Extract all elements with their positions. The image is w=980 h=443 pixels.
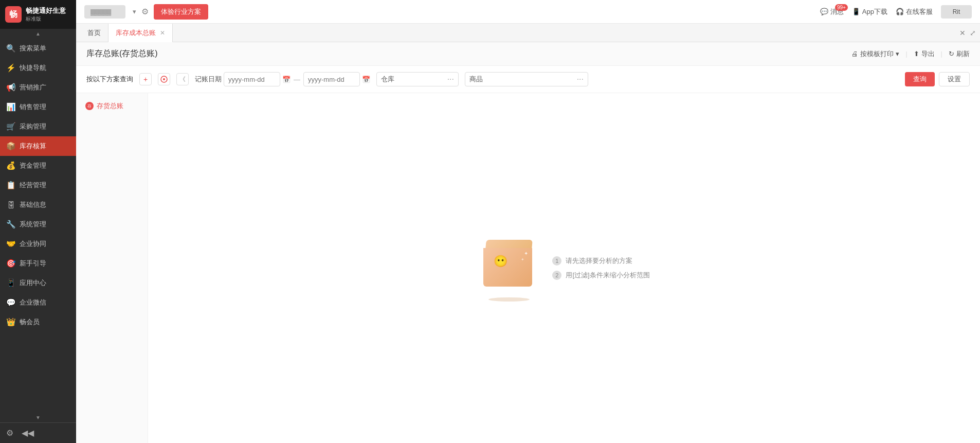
user-avatar[interactable]: Rit (941, 5, 972, 19)
tip-number-2: 2 (552, 271, 561, 280)
sidebar-item-operations[interactable]: 📋 经营管理 (0, 175, 76, 195)
app-center-icon: 📱 (6, 278, 15, 288)
content-body: 存 存货总账 😶 (76, 93, 980, 443)
topbar-gear-icon[interactable]: ⚙ (141, 7, 149, 16)
empty-illustration: 😶 ✦ ✦ (478, 235, 540, 302)
app-download-button[interactable]: 📱 App下载 (852, 7, 887, 16)
export-button[interactable]: ⬆ 导出 (914, 49, 935, 59)
scheme-item-inventory[interactable]: 存 存货总账 (81, 98, 142, 114)
product-more-icon[interactable]: ··· (577, 75, 584, 84)
box-shadow (488, 297, 530, 302)
sidebar-item-label: 快捷导航 (20, 63, 46, 73)
collapse-footer-icon[interactable]: ◀◀ (22, 428, 34, 438)
search-icon: 🔍 (6, 44, 15, 53)
tab-inventory-cost[interactable]: 库存成本总账 ✕ (108, 24, 173, 42)
settings-button[interactable]: 设置 (939, 72, 970, 86)
online-service-button[interactable]: 🎧 在线客服 (896, 7, 933, 16)
sidebar-item-sales[interactable]: 📊 销售管理 (0, 97, 76, 117)
tip-number-1: 1 (552, 256, 561, 265)
tab-close-icon[interactable]: ✕ (160, 29, 165, 37)
scheme-item-label: 存货总账 (97, 101, 123, 111)
headset-icon: 🎧 (896, 8, 904, 15)
sidebar-item-label: 资金管理 (20, 161, 46, 170)
sidebar-scroll-up[interactable]: ▲ (34, 30, 42, 38)
sidebar-item-app-center[interactable]: 📱 应用中心 (0, 273, 76, 293)
sidebar-footer: ⚙ ◀◀ (0, 422, 76, 443)
scheme-panel: 存 存货总账 (76, 93, 148, 443)
sidebar-item-label: 搜索菜单 (20, 44, 46, 53)
sidebar-item-cooperation[interactable]: 🤝 企业协同 (0, 234, 76, 254)
logo-text: 畅捷通好生意 标准版 (26, 7, 66, 22)
panel-close-icon[interactable]: ✕ (959, 29, 966, 37)
filter-scheme-button[interactable] (158, 73, 170, 85)
warehouse-more-icon[interactable]: ··· (447, 75, 454, 84)
filter-actions: 查询 设置 (905, 72, 970, 86)
refresh-button[interactable]: ↻ 刷新 (949, 49, 970, 59)
export-icon: ⬆ (914, 50, 919, 58)
sidebar-item-label: 畅会员 (20, 317, 40, 327)
logo-icon: 畅 (5, 6, 22, 23)
member-icon: 👑 (6, 317, 15, 327)
sidebar-item-label: 经营管理 (20, 181, 46, 190)
warehouse-select[interactable]: 仓库 ··· (376, 72, 459, 86)
inventory-icon: 📦 (6, 141, 15, 151)
sales-icon: 📊 (6, 102, 15, 112)
sidebar-item-quick-nav[interactable]: ⚡ 快捷导航 (0, 58, 76, 78)
date-end-calendar-icon[interactable]: 📅 (362, 76, 370, 83)
sidebar-item-label: 营销推广 (20, 83, 46, 92)
app-logo: 畅 畅捷通好生意 标准版 (0, 0, 76, 29)
sidebar-item-basic-info[interactable]: 🗄 基础信息 (0, 195, 76, 215)
product-select-label: 商品 (469, 75, 575, 84)
sidebar-item-purchase[interactable]: 🛒 采购管理 (0, 117, 76, 136)
date-field-label: 记账日期 (195, 75, 222, 84)
sidebar-scroll-down[interactable]: ▼ (34, 414, 42, 421)
topbar: ▓▓▓▓▓ ▾ ⚙ 体验行业方案 💬 消息 99+ 📱 App下载 🎧 在线客服… (76, 0, 980, 24)
scheme-item-icon: 存 (85, 102, 94, 110)
sidebar-item-inventory[interactable]: 📦 库存核算 (0, 136, 76, 156)
industry-solution-button[interactable]: 体验行业方案 (154, 4, 208, 20)
page-title: 库存总账(存货总账) (86, 48, 158, 59)
sidebar-item-label: 基础信息 (20, 200, 46, 209)
date-separator: — (294, 76, 300, 83)
warehouse-select-label: 仓库 (381, 75, 445, 84)
tip-text-2: 用[过滤]条件来缩小分析范围 (566, 271, 649, 280)
main-area: ▓▓▓▓▓ ▾ ⚙ 体验行业方案 💬 消息 99+ 📱 App下载 🎧 在线客服… (76, 0, 980, 443)
messages-button[interactable]: 💬 消息 99+ (820, 7, 844, 16)
panel-expand-icon[interactable]: ⤢ (970, 29, 976, 37)
sidebar-item-marketing[interactable]: 📢 营销推广 (0, 78, 76, 97)
page-container: 库存总账(存货总账) 🖨 按模板打印 ▾ | ⬆ 导出 | ↻ 刷新 (76, 42, 980, 443)
empty-tips: 1 请先选择要分析的方案 2 用[过滤]条件来缩小分析范围 (552, 256, 649, 280)
filter-add-button[interactable]: + (139, 73, 152, 85)
tab-home[interactable]: 首页 (80, 24, 108, 42)
settings-footer-icon[interactable]: ⚙ (6, 428, 13, 438)
system-icon: 🔧 (6, 220, 15, 229)
empty-tip-2: 2 用[过滤]条件来缩小分析范围 (552, 271, 649, 280)
messages-badge: 99+ (835, 4, 848, 11)
sidebar-nav: 🔍 搜索菜单 ⚡ 快捷导航 📢 营销推广 📊 销售管理 🛒 采购管理 📦 库存核… (0, 39, 76, 413)
date-end-input[interactable] (303, 72, 360, 86)
sidebar-item-finance[interactable]: 💰 资金管理 (0, 156, 76, 175)
filter-collapse-button[interactable]: 《 (176, 73, 189, 85)
print-dropdown-icon[interactable]: ▾ (896, 50, 899, 58)
sidebar-item-system[interactable]: 🔧 系统管理 (0, 215, 76, 234)
sidebar-item-label: 企业微信 (20, 298, 46, 307)
user-dropdown-icon[interactable]: ▾ (133, 8, 136, 15)
sidebar-item-member[interactable]: 👑 畅会员 (0, 312, 76, 332)
product-select[interactable]: 商品 ··· (465, 72, 588, 86)
sidebar-item-label: 采购管理 (20, 122, 46, 131)
box-face: 😶 (494, 256, 507, 267)
sidebar-item-wechat[interactable]: 💬 企业微信 (0, 293, 76, 312)
filter-bar: 按以下方案查询 + 《 记账日期 📅 — 📅 仓库 (76, 66, 980, 93)
box-body: 😶 ✦ ✦ (483, 248, 532, 287)
sidebar-item-label: 销售管理 (20, 102, 46, 112)
refresh-icon: ↻ (949, 50, 954, 58)
sidebar-item-guide[interactable]: 🎯 新手引导 (0, 254, 76, 273)
query-button[interactable]: 查询 (905, 72, 935, 86)
date-start-calendar-icon[interactable]: 📅 (282, 76, 291, 83)
user-selector[interactable]: ▓▓▓▓▓ (84, 5, 125, 19)
print-button[interactable]: 🖨 按模板打印 ▾ (851, 49, 899, 59)
tip-text-1: 请先选择要分析的方案 (566, 256, 632, 265)
tabbar: 首页 库存成本总账 ✕ ✕ ⤢ (76, 24, 980, 42)
date-start-input[interactable] (224, 72, 280, 86)
sidebar-item-search[interactable]: 🔍 搜索菜单 (0, 39, 76, 58)
